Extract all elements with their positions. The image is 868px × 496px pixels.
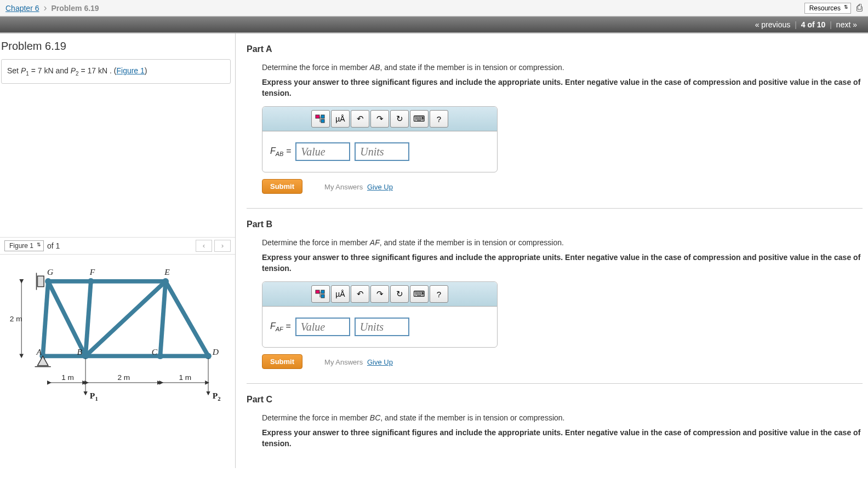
- svg-rect-41: [316, 290, 319, 293]
- breadcrumb-chapter[interactable]: Chapter 6: [5, 4, 39, 13]
- part-a-question: Determine the force in member AB, and st…: [247, 63, 863, 72]
- part-a-units-input[interactable]: [355, 142, 409, 161]
- part-a-label: FAB =: [270, 146, 291, 157]
- greek-icon[interactable]: µÅ: [331, 110, 350, 128]
- template-icon[interactable]: [311, 110, 330, 128]
- top-nav: Chapter 6 › Problem 6.19 Resources ⎙: [0, 0, 868, 16]
- part-b-units-input[interactable]: [355, 318, 409, 336]
- part-b-toolbar: µÅ ↶ ↷ ↻ ⌨ ?: [262, 282, 497, 307]
- svg-point-9: [88, 278, 94, 285]
- part-b-submit-button[interactable]: Submit: [262, 354, 302, 369]
- svg-text:2 m: 2 m: [10, 315, 22, 323]
- figure-link[interactable]: Figure 1: [116, 66, 144, 75]
- part-b-title: Part B: [247, 220, 863, 229]
- part-c-title: Part C: [247, 395, 863, 405]
- part-c-question: Determine the force in member BC, and st…: [247, 413, 863, 422]
- svg-text:F: F: [89, 267, 95, 276]
- svg-text:E: E: [164, 267, 170, 276]
- svg-point-10: [162, 278, 169, 285]
- breadcrumb-sep: ›: [43, 2, 47, 14]
- part-a-my-answers[interactable]: My Answers: [324, 183, 363, 191]
- figure-of: of 1: [47, 241, 60, 250]
- resources-dropdown[interactable]: Resources: [804, 3, 851, 14]
- svg-rect-43: [321, 295, 324, 298]
- breadcrumb-current: Problem 6.19: [51, 4, 99, 13]
- redo-icon[interactable]: ↷: [370, 110, 389, 128]
- svg-text:2 m: 2 m: [117, 373, 130, 382]
- keyboard-icon[interactable]: ⌨: [410, 110, 429, 128]
- divider: [247, 208, 863, 209]
- undo-icon[interactable]: ↶: [351, 110, 369, 128]
- part-b-label: FAF =: [270, 321, 291, 332]
- top-right: Resources ⎙: [804, 2, 863, 14]
- problem-title: Problem 6.19: [0, 33, 235, 59]
- reset-icon[interactable]: ↻: [390, 285, 409, 303]
- svg-text:P1: P1: [90, 391, 98, 402]
- part-a-value-input[interactable]: [295, 142, 350, 161]
- svg-line-2: [43, 281, 48, 356]
- part-a-give-up[interactable]: Give Up: [367, 183, 393, 191]
- svg-rect-42: [321, 290, 324, 293]
- truss-figure: G F E A B C D 2 m: [5, 260, 230, 410]
- svg-text:G: G: [47, 267, 53, 276]
- svg-text:C: C: [152, 347, 158, 356]
- svg-text:D: D: [212, 347, 219, 356]
- part-b-instructions: Express your answer to three significant…: [247, 252, 863, 274]
- svg-line-7: [165, 281, 208, 356]
- part-a-instructions: Express your answer to three significant…: [247, 77, 863, 99]
- svg-text:1 m: 1 m: [61, 373, 74, 382]
- part-c-instructions: Express your answer to three significant…: [247, 428, 863, 449]
- figure-area: G F E A B C D 2 m: [0, 255, 235, 417]
- figure-next-button[interactable]: ›: [214, 240, 231, 252]
- right-column: Part A Determine the force in member AB,…: [236, 33, 868, 468]
- svg-rect-38: [321, 115, 324, 118]
- help-icon[interactable]: ?: [430, 285, 448, 303]
- part-a-submit-button[interactable]: Submit: [262, 179, 302, 194]
- figure-select[interactable]: Figure 1: [4, 240, 44, 251]
- reset-icon[interactable]: ↻: [390, 110, 409, 128]
- part-b-question: Determine the force in member AF, and st…: [247, 238, 863, 247]
- divider: |: [795, 20, 797, 29]
- figure-prev-button[interactable]: ‹: [196, 240, 212, 252]
- problem-statement: Set P1 = 7 kN and P2 = 17 kN . (Figure 1…: [1, 59, 231, 84]
- part-a-answer-box: µÅ ↶ ↷ ↻ ⌨ ? FAB =: [262, 106, 498, 172]
- left-column: Problem 6.19 Set P1 = 7 kN and P2 = 17 k…: [0, 33, 236, 468]
- part-b-value-input[interactable]: [295, 318, 350, 336]
- divider: [247, 383, 863, 384]
- nav-bar: « previous | 4 of 10 | next »: [0, 16, 868, 33]
- nav-next[interactable]: next »: [836, 20, 857, 29]
- template-icon[interactable]: [311, 285, 330, 303]
- svg-text:A: A: [36, 347, 42, 356]
- part-b-answer-box: µÅ ↶ ↷ ↻ ⌨ ? FAF =: [262, 281, 498, 348]
- nav-count: 4 of 10: [801, 20, 825, 29]
- svg-point-8: [45, 278, 52, 285]
- part-a-toolbar: µÅ ↶ ↷ ↻ ⌨ ?: [262, 107, 497, 131]
- svg-line-6: [160, 281, 165, 356]
- part-b-my-answers[interactable]: My Answers: [324, 358, 363, 366]
- svg-point-13: [157, 353, 164, 359]
- breadcrumb: Chapter 6 › Problem 6.19: [5, 2, 99, 14]
- svg-rect-39: [321, 119, 324, 123]
- svg-text:P2: P2: [213, 391, 221, 402]
- divider: |: [830, 20, 832, 29]
- nav-previous[interactable]: « previous: [755, 20, 791, 29]
- keyboard-icon[interactable]: ⌨: [410, 285, 429, 303]
- undo-icon[interactable]: ↶: [351, 285, 369, 303]
- svg-line-3: [48, 281, 85, 356]
- redo-icon[interactable]: ↷: [370, 285, 389, 303]
- svg-line-5: [85, 281, 165, 356]
- svg-rect-37: [316, 115, 319, 118]
- part-b-give-up[interactable]: Give Up: [367, 358, 393, 366]
- svg-text:B: B: [77, 347, 82, 356]
- help-icon[interactable]: ?: [430, 110, 448, 128]
- svg-line-4: [85, 281, 91, 356]
- print-icon[interactable]: ⎙: [856, 2, 863, 14]
- greek-icon[interactable]: µÅ: [331, 285, 350, 303]
- part-a-title: Part A: [247, 44, 863, 54]
- svg-text:1 m: 1 m: [179, 373, 191, 382]
- svg-rect-16: [37, 276, 44, 286]
- figure-bar: Figure 1 of 1 ‹ ›: [0, 237, 235, 255]
